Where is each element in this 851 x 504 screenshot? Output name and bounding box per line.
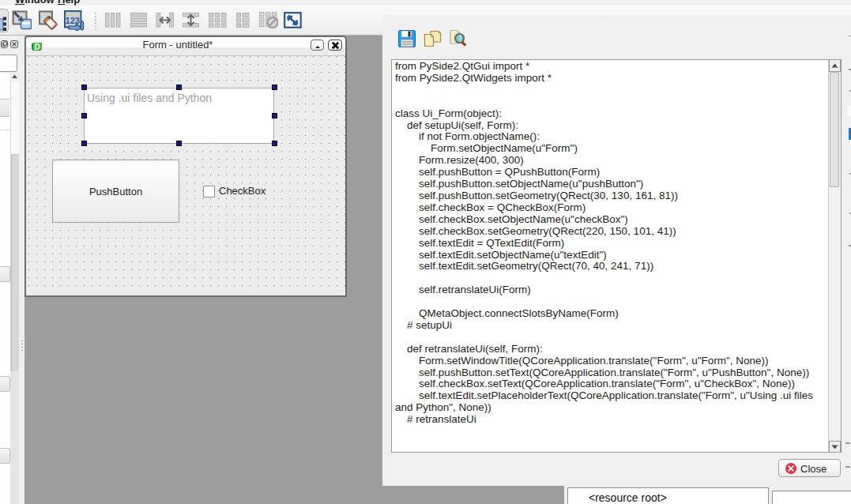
svg-text:123: 123: [66, 16, 80, 25]
